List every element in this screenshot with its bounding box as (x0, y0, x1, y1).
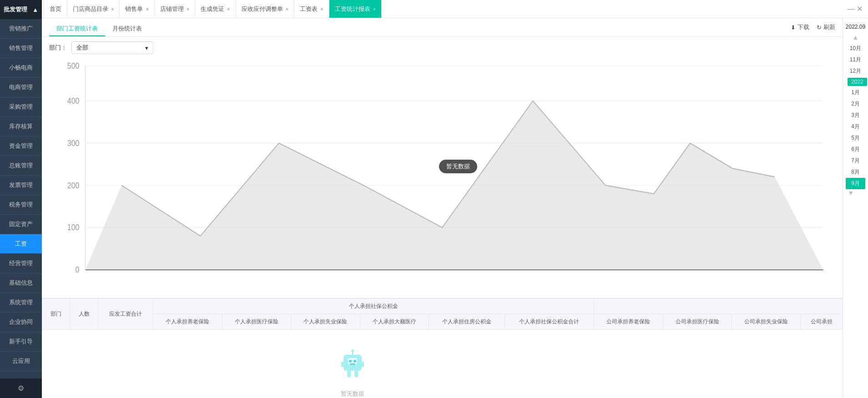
svg-point-17 (353, 360, 356, 363)
gear-icon: ⚙ (18, 384, 24, 392)
tabs-container: 首页门店商品目录×销售单×店铺管理×生成凭证×应收应付调整单×工资表×工资统计报… (44, 0, 844, 18)
tab-门店商品目录[interactable]: 门店商品目录× (67, 0, 120, 18)
timeline-month-11月[interactable]: 11月 (846, 54, 865, 65)
sidebar-item-总账管理[interactable]: 总账管理 (0, 156, 42, 176)
sidebar-item-云应用[interactable]: 云应用 (0, 352, 42, 371)
table-section: 部门 人数 应发工资合计 个人承担社保公积金 个人承担养老保险 个人承担医疗保险… (42, 298, 843, 398)
sidebar-item-营销推广[interactable]: 营销推广 (0, 19, 42, 39)
sidebar-item-工资[interactable]: 工资 (0, 234, 42, 254)
col-personal-medical: 个人承担医疗保险 (222, 314, 291, 330)
sidebar: 批发管理 ▲ 营销推广销售管理小畅电商电商管理采购管理库存核算资金管理总账管理发… (0, 0, 42, 398)
sidebar-item-企业协同[interactable]: 企业协同 (0, 312, 42, 332)
line-chart: 0 100 200 300 400 500 (49, 59, 835, 298)
sidebar-item-电商管理[interactable]: 电商管理 (0, 78, 42, 97)
tab-工资统计报表[interactable]: 工资统计报表× (329, 0, 382, 18)
timeline-year-label: 2022.09 (846, 22, 865, 32)
tabs-bar: 首页门店商品目录×销售单×店铺管理×生成凭证×应收应付调整单×工资表×工资统计报… (42, 0, 868, 18)
svg-text:500: 500 (67, 60, 80, 70)
tab-销售单[interactable]: 销售单× (120, 0, 154, 18)
svg-text:0: 0 (76, 265, 80, 274)
timeline-month-12月[interactable]: 12月 (846, 65, 865, 77)
timeline-month-2月[interactable]: 2月 (846, 98, 865, 110)
refresh-icon: ↻ (817, 24, 822, 31)
download-button[interactable]: ⬇ 下载 (791, 23, 809, 31)
svg-rect-19 (341, 362, 343, 367)
timeline-month-6月[interactable]: 6月 (846, 144, 865, 155)
svg-point-24 (351, 349, 354, 352)
svg-point-16 (349, 360, 352, 363)
timeline-panel: 2022.09 ▲ 10月11月12月20221月2月3月4月5月6月7月8月9… (843, 18, 868, 398)
tab-应收应付调整单[interactable]: 应收应付调整单× (236, 0, 294, 18)
tab-店铺管理[interactable]: 店铺管理× (155, 0, 195, 18)
timeline-month-5月[interactable]: 5月 (846, 132, 865, 144)
sidebar-item-小畅电商[interactable]: 小畅电商 (0, 58, 42, 78)
chevron-down-icon: ▾ (145, 45, 148, 51)
tab-工资表[interactable]: 工资表× (294, 0, 329, 18)
refresh-button[interactable]: ↻ 刷新 (817, 23, 835, 31)
sub-tabs-right: ⬇ 下载 ↻ 刷新 (791, 23, 835, 35)
tab-monthly-stats[interactable]: 月份统计表 (105, 22, 149, 36)
col-company-pension: 公司承担养老保险 (594, 314, 663, 330)
sidebar-title: 批发管理 (4, 5, 27, 14)
settings-button[interactable]: ⚙ (0, 378, 42, 398)
tab-close-icon[interactable]: × (286, 6, 288, 12)
sidebar-item-销售管理[interactable]: 销售管理 (0, 39, 42, 58)
tab-close-icon[interactable]: × (111, 6, 114, 12)
sidebar-items: 营销推广销售管理小畅电商电商管理采购管理库存核算资金管理总账管理发票管理税务管理… (0, 19, 42, 371)
timeline-up-icon[interactable]: ▲ (851, 32, 861, 43)
sidebar-item-采购管理[interactable]: 采购管理 (0, 97, 42, 117)
tab-生成凭证[interactable]: 生成凭证× (195, 0, 236, 18)
tab-close-icon[interactable]: × (187, 6, 189, 12)
col-group-personal: 个人承担社保公积金 (153, 299, 594, 314)
timeline-month-3月[interactable]: 3月 (846, 110, 865, 121)
timeline-current-year[interactable]: 2022 (848, 78, 867, 86)
col-department: 部门 (42, 299, 70, 330)
timeline-month-4月[interactable]: 4月 (846, 121, 865, 132)
col-personal-pension: 个人承担养老保险 (153, 314, 222, 330)
empty-state: 暂无数据 (42, 330, 663, 398)
col-personal-housing: 个人承担住房公积金 (429, 314, 505, 330)
timeline-month-10月[interactable]: 10月 (846, 43, 865, 54)
filter-label: 部门： (49, 44, 67, 52)
svg-rect-18 (350, 363, 355, 365)
tab-close-icon[interactable]: × (320, 6, 323, 12)
sub-tabs-left: 部门工资统计表 月份统计表 (49, 22, 149, 36)
page-content: 部门工资统计表 月份统计表 ⬇ 下载 ↻ 刷新 (42, 18, 843, 398)
col-company-medical: 公司承担医疗保险 (663, 314, 732, 330)
tab-首页[interactable]: 首页 (44, 0, 67, 18)
sidebar-item-发票管理[interactable]: 发票管理 (0, 176, 42, 195)
main-area: 首页门店商品目录×销售单×店铺管理×生成凭证×应收应付调整单×工资表×工资统计报… (42, 0, 868, 398)
tab-department-stats[interactable]: 部门工资统计表 (49, 22, 105, 36)
sidebar-item-基础信息[interactable]: 基础信息 (0, 273, 42, 293)
svg-rect-22 (354, 371, 358, 377)
col-company-unemployment: 公司承担失业保险 (732, 314, 801, 330)
svg-text:400: 400 (67, 96, 80, 106)
timeline-month-8月[interactable]: 8月 (846, 166, 865, 178)
stats-table: 部门 人数 应发工资合计 个人承担社保公积金 个人承担养老保险 个人承担医疗保险… (42, 298, 843, 398)
tab-close-icon[interactable]: × (373, 6, 376, 12)
svg-rect-21 (347, 371, 351, 377)
sidebar-item-经营管理[interactable]: 经营管理 (0, 254, 42, 273)
svg-text:200: 200 (67, 180, 80, 190)
timeline-down-icon[interactable]: ▼ (846, 187, 856, 198)
sidebar-item-固定资产[interactable]: 固定资产 (0, 215, 42, 234)
tab-close-icon[interactable]: × (227, 6, 230, 12)
sidebar-item-库存核算[interactable]: 库存核算 (0, 117, 42, 136)
close-window-icon[interactable]: ✕ (857, 5, 863, 13)
col-personal-total: 个人承担社保公积金合计 (505, 314, 594, 330)
timeline-month-1月[interactable]: 1月 (846, 87, 865, 98)
minimize-icon[interactable]: — (848, 5, 855, 13)
empty-icon (334, 348, 371, 384)
sidebar-item-资金管理[interactable]: 资金管理 (0, 136, 42, 156)
sidebar-item-税务管理[interactable]: 税务管理 (0, 195, 42, 215)
sidebar-header[interactable]: 批发管理 ▲ (0, 0, 42, 19)
tab-close-icon[interactable]: × (146, 6, 148, 12)
department-select[interactable]: 全部 ▾ (71, 41, 153, 54)
timeline-month-7月[interactable]: 7月 (846, 155, 865, 166)
download-icon: ⬇ (791, 24, 796, 31)
col-company-other: 公司承担 (801, 314, 842, 330)
sidebar-toggle-icon: ▲ (32, 6, 38, 13)
sidebar-item-系统管理[interactable]: 系统管理 (0, 293, 42, 312)
svg-text:100: 100 (67, 222, 80, 232)
sidebar-item-新手引导[interactable]: 新手引导 (0, 332, 42, 352)
